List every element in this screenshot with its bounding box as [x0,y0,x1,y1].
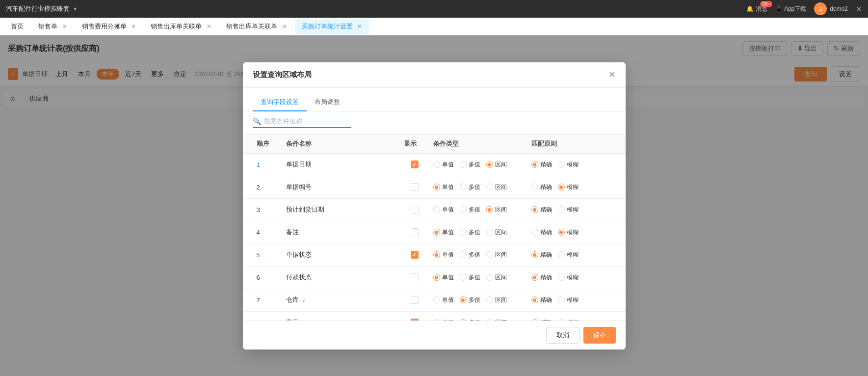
radio-multi-label: 多值 [469,161,480,169]
radio-range[interactable]: 区间 [486,183,507,191]
tab-sales-order[interactable]: 销售单 ✕ [31,19,74,34]
row-display[interactable] [400,156,429,173]
title-arrow-icon[interactable]: ▾ [74,5,77,12]
match-fuzzy[interactable]: 模糊 [558,251,579,259]
table-row: 8 商品 ∨ 单值 [243,312,626,321]
radio-single-circle [433,184,440,190]
user-avatar[interactable]: D demo2 [814,2,848,15]
radio-single[interactable]: 单值 [433,251,454,259]
match-exact[interactable]: 精确 [531,296,552,304]
match-fuzzy[interactable]: 模糊 [558,228,579,237]
match-fuzzy-circle [558,296,565,303]
table-row: 7 仓库 ∨ 单值 [243,289,626,312]
row-display[interactable] [400,246,429,264]
radio-multi-circle [460,274,467,281]
match-exact-label: 精确 [540,161,552,169]
match-exact[interactable]: 精确 [531,228,552,237]
notification-count: 99+ [760,1,772,7]
display-checkbox[interactable] [411,296,419,304]
row-order: 2 [253,179,282,196]
notification-area[interactable]: 🔔 消息 99+ [746,5,767,13]
radio-multi-circle [460,251,467,258]
row-name: 商品 ∨ [282,313,400,321]
table-row: 2 单据编号 单值 [243,176,626,199]
top-bar-close-icon[interactable]: ✕ [856,4,862,14]
th-display: 显示 [400,134,429,153]
display-checkbox[interactable] [411,206,419,214]
modal-tab-query-fields[interactable]: 查询字段设置 [253,94,307,111]
radio-single[interactable]: 单值 [433,183,454,191]
radio-range[interactable]: 区间 [486,251,507,259]
row-name: 预计到货日期 [282,200,400,219]
tab-close-icon-2[interactable]: ✕ [131,23,136,30]
radio-range[interactable]: 区间 [486,273,507,282]
search-input[interactable] [264,117,342,125]
radio-multi[interactable]: 多值 [460,228,480,237]
tab-bar: 首页 销售单 ✕ 销售费用分摊单 ✕ 销售出库单关联单 ✕ 销售出库单关联单 ✕… [0,18,868,35]
radio-range-circle [486,161,493,168]
match-exact[interactable]: 精确 [531,161,552,169]
match-fuzzy-circle [558,161,565,168]
tab-purchase-stats[interactable]: 采购订单统计设置 ✕ [295,19,369,34]
radio-multi[interactable]: 多值 [460,273,480,282]
row-display[interactable] [400,223,429,241]
row-order: 1 [253,156,282,173]
radio-single[interactable]: 单值 [433,228,454,237]
display-checkbox[interactable] [411,183,419,191]
match-fuzzy[interactable]: 模糊 [558,183,579,191]
match-fuzzy[interactable]: 模糊 [558,296,579,304]
radio-single[interactable]: 单值 [433,206,454,214]
modal-tab-layout[interactable]: 布局调整 [307,94,348,111]
tab-sales-outbound1[interactable]: 销售出库单关联单 ✕ [144,19,218,34]
row-display[interactable] [400,269,429,286]
modal-table-body: 1 单据日期 单值 [243,154,626,321]
radio-multi[interactable]: 多值 [460,251,480,259]
tab-home[interactable]: 首页 [4,19,30,34]
match-exact[interactable]: 精确 [531,206,552,214]
radio-range[interactable]: 区间 [486,161,507,169]
display-checkbox[interactable] [411,228,419,236]
tab-close-icon[interactable]: ✕ [62,23,67,30]
display-checkbox[interactable] [411,161,419,168]
match-exact[interactable]: 精确 [531,251,552,259]
match-fuzzy-circle [558,206,565,213]
match-exact-circle [531,229,538,236]
radio-range[interactable]: 区间 [486,296,507,304]
radio-multi[interactable]: 多值 [460,161,480,169]
app-download[interactable]: 📱 App下载 [775,5,806,13]
match-fuzzy[interactable]: 模糊 [558,161,579,169]
radio-multi[interactable]: 多值 [460,296,480,304]
row-name: 备注 [282,223,400,242]
row-display[interactable] [400,314,429,321]
row-cond-type: 单值 多值 区间 [429,178,527,196]
tab-close-icon-4[interactable]: ✕ [282,23,287,30]
match-fuzzy-label: 模糊 [567,161,579,169]
radio-range[interactable]: 区间 [486,228,507,237]
tab-close-icon-7[interactable]: ✕ [357,23,362,30]
match-exact[interactable]: 精确 [531,273,552,282]
modal-close-icon[interactable]: ✕ [608,70,616,79]
display-checkbox[interactable] [411,273,419,281]
radio-multi[interactable]: 多值 [460,206,480,214]
radio-single[interactable]: 单值 [433,273,454,282]
radio-range[interactable]: 区间 [486,206,507,214]
tab-close-icon-3[interactable]: ✕ [207,23,211,30]
row-display[interactable] [400,201,429,218]
tab-sales-outbound2[interactable]: 销售出库单关联单 ✕ [219,19,294,34]
cancel-button[interactable]: 取消 [546,327,579,344]
match-fuzzy[interactable]: 模糊 [558,273,579,282]
radio-single[interactable]: 单值 [433,296,454,304]
row-order: 7 [253,292,282,309]
radio-single[interactable]: 单值 [433,161,454,169]
row-display[interactable] [400,291,429,309]
display-checkbox[interactable] [411,251,419,259]
save-button[interactable]: 保存 [583,327,616,344]
match-fuzzy[interactable]: 模糊 [558,206,579,214]
radio-multi[interactable]: 多值 [460,183,480,191]
match-exact[interactable]: 精确 [531,183,552,191]
search-input-container: 🔍 [253,117,351,128]
row-display[interactable] [400,178,429,196]
row-cond-type: 单值 多值 区间 [429,314,527,321]
avatar-icon: D [814,2,827,15]
tab-sales-expense[interactable]: 销售费用分摊单 ✕ [75,19,143,34]
